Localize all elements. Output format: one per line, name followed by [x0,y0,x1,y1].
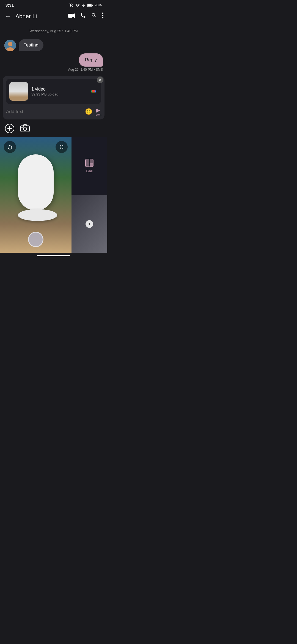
svg-rect-23 [90,163,93,167]
bottom-actions [0,122,107,137]
search-button[interactable] [91,12,97,20]
contact-name[interactable]: Abner Li [15,13,65,20]
status-time: 3:31 [6,3,14,7]
video-thumbnail [9,82,28,101]
avatar [4,40,16,51]
text-input-row: 🙂 ▶ SMS [6,107,101,117]
svg-point-7 [102,15,103,16]
message-input[interactable] [6,109,83,114]
svg-rect-20 [86,159,89,163]
status-icons: 93% [69,3,102,7]
compose-area: 1 video 39.93 MB upload ✕ 🙂 ▶ SMS [3,76,105,119]
svg-point-6 [102,13,103,14]
svg-rect-22 [86,163,89,167]
svg-rect-2 [92,4,93,6]
svg-rect-3 [87,4,92,6]
camera-viewfinder[interactable] [0,137,72,253]
outgoing-bubble[interactable]: Reply [79,53,103,67]
top-bar: ← Abner Li [0,9,107,23]
media-count-badge: 1 [86,220,93,228]
svg-rect-15 [21,126,29,132]
incoming-message-row: Testing [4,39,103,51]
svg-rect-4 [68,14,73,18]
svg-point-16 [23,127,27,130]
outgoing-message-row: Reply Aug 25, 1:40 PM • SMS [4,53,103,72]
video-title: 1 video [31,87,86,92]
add-attachment-button[interactable] [4,123,15,134]
recent-media-panel[interactable]: 1 [72,195,107,253]
camera-side-panel: Gall 1 [72,137,107,253]
video-call-button[interactable] [68,13,75,20]
expand-camera-button[interactable] [56,141,68,153]
send-sms-button[interactable]: ▶ SMS [95,107,101,117]
navigation-bar [0,253,107,257]
gallery-icon [85,159,94,167]
remove-video-button[interactable]: ✕ [97,77,103,83]
message-meta: Aug 25, 1:40 PM • SMS [68,68,103,72]
home-indicator [37,255,70,256]
camera-section: Gall 1 [0,137,107,253]
airplane-icon [81,3,85,7]
chat-area: Wednesday, Aug 25 • 1:40 PM Testing Repl… [0,23,107,74]
back-button[interactable]: ← [4,11,13,21]
top-actions [68,12,103,20]
battery-percentage: 93% [95,3,102,7]
device-preview [18,154,54,220]
google-photos-icon [89,87,98,96]
date-separator: Wednesday, Aug 25 • 1:40 PM [4,29,103,33]
wifi-icon [75,3,80,7]
svg-point-8 [102,17,103,18]
svg-rect-21 [90,159,93,163]
mute-icon [69,3,74,7]
send-arrow-icon: ▶ [96,107,100,113]
battery-icon [87,3,93,7]
svg-marker-5 [73,13,75,18]
incoming-bubble: Testing [19,39,43,51]
video-size: 39.93 MB upload [31,92,86,96]
status-bar: 3:31 93% [0,0,107,9]
avatar-image [4,40,16,51]
gallery-camera-button[interactable] [19,123,31,134]
svg-point-10 [8,42,12,46]
more-options-button[interactable] [102,12,103,20]
gallery-panel-button[interactable]: Gall [72,137,107,195]
emoji-button[interactable]: 🙂 [85,108,92,115]
camera-shutter-button[interactable] [28,232,43,247]
video-upload-card: 1 video 39.93 MB upload ✕ [6,79,101,104]
svg-rect-17 [23,125,27,126]
rotate-camera-button[interactable] [4,141,16,153]
video-info: 1 video 39.93 MB upload [31,87,86,96]
send-label: SMS [95,113,101,117]
gallery-label: Gall [86,169,92,173]
phone-call-button[interactable] [80,12,86,20]
